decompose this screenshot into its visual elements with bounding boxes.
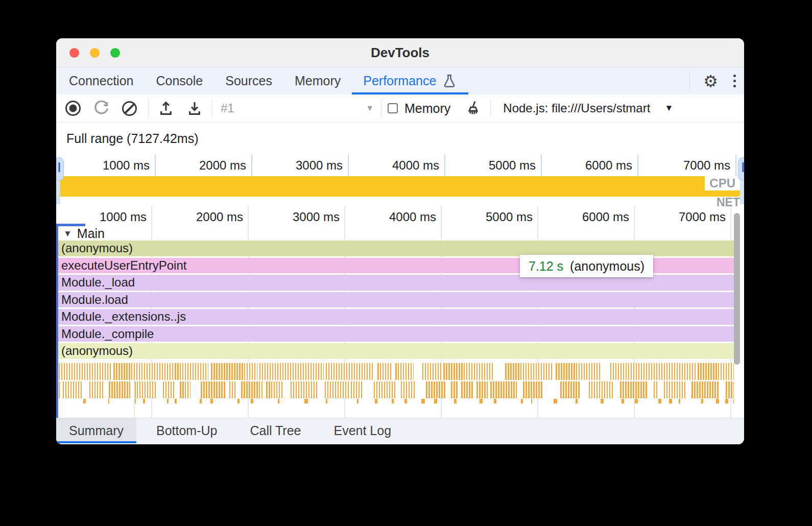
overview-ruler-label: 3000 ms [276,158,343,173]
activity-tick-mark [237,399,240,403]
activity-stripe-segment [291,381,318,398]
zoom-window-button[interactable] [110,48,120,58]
overview-ruler-tick [637,155,638,176]
tab-performance[interactable]: Performance [352,67,468,94]
tab-console[interactable]: Console [145,67,214,94]
overview-ruler-label: 1000 ms [83,158,150,173]
settings-gear-icon[interactable]: ⚙ [703,73,718,89]
session-select-value: #1 [221,101,234,115]
overview-ruler-tick [348,155,349,176]
micro-task-stripes-row-2[interactable] [56,381,734,398]
activity-stripe-segment [134,381,157,398]
activity-tick-mark [375,399,377,403]
activity-stripe-segment [654,381,657,398]
flame-ruler-label: 2000 ms [172,210,243,224]
collect-garbage-button[interactable] [465,100,482,117]
flame-row-module-load[interactable]: Module.load [56,292,734,308]
clear-recording-button[interactable] [122,101,137,116]
overview-ruler-tick [541,155,542,176]
kebab-menu-icon[interactable] [731,73,738,89]
activity-stripe-segment [109,381,130,398]
tab-connection[interactable]: Connection [58,67,145,94]
memory-checkbox-label[interactable]: Memory [404,101,450,116]
activity-tick-mark [167,399,169,403]
net-activity-track[interactable] [56,197,744,206]
close-window-button[interactable] [69,48,79,58]
range-handle-right[interactable] [738,157,744,181]
minimize-window-button[interactable] [90,48,100,58]
bottom-tab-bar: SummaryBottom-UpCall TreeEvent Log [56,418,744,443]
flame-ruler-label: 6000 ms [558,210,629,224]
devtools-window: DevTools ConnectionConsoleSourcesMemoryP… [56,38,744,444]
vertical-scrollbar-thumb[interactable] [734,213,740,365]
timeline-overview[interactable]: 1000 ms2000 ms3000 ms4000 ms5000 ms6000 … [56,155,744,206]
flame-row-module-compile[interactable]: Module._compile [56,326,734,342]
reload-and-record-button[interactable] [93,101,109,116]
bottom-tab-event-log[interactable]: Event Log [321,418,404,443]
flame-row-module-extensions-js[interactable]: Module._extensions..js [56,309,734,325]
activity-stripe-segment [664,381,685,398]
micro-task-stripes-row-3[interactable] [56,399,734,404]
activity-stripe-segment [523,381,543,398]
activity-tick-mark [733,399,734,403]
activity-stripe-segment [560,381,580,398]
tab-sources[interactable]: Sources [214,67,283,94]
activity-stripe-segment [443,363,494,380]
disclosure-triangle-icon[interactable]: ▼ [63,229,72,239]
activity-tick-mark [601,399,604,403]
cpu-activity-track[interactable] [59,176,740,197]
activity-stripe-segment [266,381,283,398]
record-button[interactable] [65,101,81,116]
activity-stripe-segment [113,363,173,380]
activity-tick-mark [278,399,280,403]
bottom-tab-call-tree[interactable]: Call Tree [237,418,314,443]
flame-tooltip: 7.12 s (anonymous) [520,255,653,277]
range-handle-left[interactable] [56,157,64,181]
overview-ruler-tick [155,155,156,176]
activity-tick-mark [576,399,578,403]
activity-stripe-segment [589,381,613,398]
activity-stripe-segment [401,381,416,398]
activity-tick-mark [210,399,212,403]
flame-chart[interactable]: 1000 ms2000 ms3000 ms4000 ms5000 ms6000 … [56,206,744,418]
activity-tick-mark [83,399,86,403]
activity-stripe-segment [180,381,190,398]
activity-stripe-segment [175,363,208,380]
activity-stripe-segment [89,381,104,398]
bottom-tab-bottom-up[interactable]: Bottom-Up [144,418,230,443]
tab-memory[interactable]: Memory [283,67,352,94]
overview-ruler-label: 4000 ms [373,158,439,173]
main-track-header[interactable]: ▼ Main [63,227,105,241]
flame-ruler-label: 5000 ms [461,210,533,224]
performance-toolbar: #1 ▼ Memory Node.js: file:///Users/stmar… [56,94,744,123]
activity-stripe-segment [666,363,696,380]
overview-ruler-tick [444,155,445,176]
overview-ruler-tick [251,155,252,176]
memory-checkbox[interactable] [388,103,398,113]
activity-tick-mark [658,399,661,403]
activity-tick-mark [108,399,109,403]
flame-row-anonymous[interactable]: (anonymous) [56,241,734,256]
session-select[interactable]: #1 ▼ [221,101,374,115]
activity-stripe-segment [620,381,647,398]
bottom-tab-summary[interactable]: Summary [56,418,136,443]
tab-label: Performance [363,74,436,88]
activity-stripe-segment [490,381,516,398]
tooltip-label: (anonymous) [570,259,644,274]
tab-label: Memory [295,74,341,88]
activity-tick-mark [454,399,457,403]
toolbar-divider [381,100,381,117]
window-bottom-filler [56,443,744,444]
save-profile-button[interactable] [186,100,203,116]
flame-ruler-label: 3000 ms [268,210,340,224]
overview-ruler-tick [735,155,736,176]
activity-stripe-segment [377,363,393,380]
load-profile-button[interactable] [158,100,174,116]
target-select[interactable]: Node.js: file:///Users/stmart ▼ [503,101,673,115]
activity-tick-mark [175,399,177,403]
flame-row-anonymous[interactable]: (anonymous) [56,343,734,359]
micro-task-stripes-row-1[interactable] [56,363,734,380]
download-icon [186,100,203,116]
cpu-track-label: CPU [705,176,740,190]
tab-label: Connection [69,74,133,88]
